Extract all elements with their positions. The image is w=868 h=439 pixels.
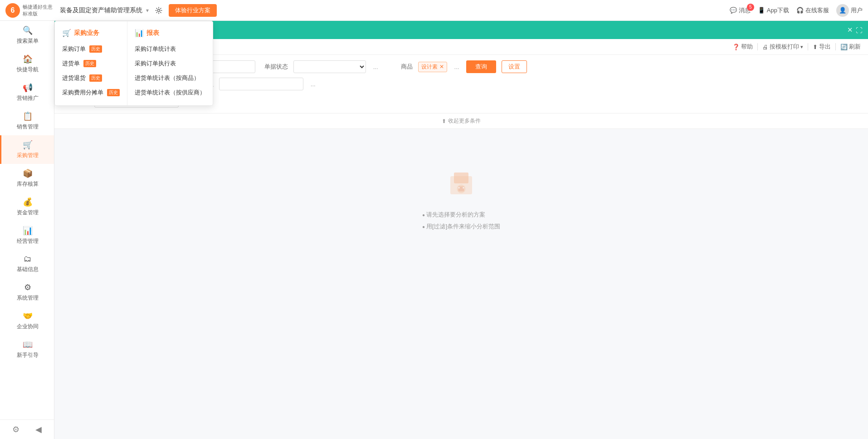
message-btn[interactable]: 💬 消息 5: [730, 6, 751, 15]
purchase-dropdown-menu: 🛒 采购业务 采购订单 历史 进货单 历史 进货退货 历史 采购费用分摊单 历史…: [54, 21, 213, 106]
svg-point-6: [463, 187, 464, 188]
search-icon: 🔍: [23, 25, 33, 35]
menu-item-inbound-stat-supplier[interactable]: 进货单统计表（按供应商）: [127, 85, 213, 100]
product-dots[interactable]: ...: [453, 64, 461, 70]
tab-maximize-icon[interactable]: ⛶: [856, 26, 863, 34]
collapse-row: ⬆ 收起更多条件: [54, 113, 868, 129]
menu-item-return[interactable]: 进货退货 历史: [55, 71, 127, 85]
empty-tips: 请先选择要分析的方案 用[过滤]条件来缩小分析范围: [422, 209, 500, 232]
settings-icon-btn[interactable]: [152, 4, 165, 17]
app-download-btn[interactable]: 📱 App下载: [758, 6, 789, 15]
svg-point-0: [158, 9, 160, 11]
system-title-arrow-icon[interactable]: ▾: [146, 7, 149, 14]
dropdown-col-report-header: 📊 报表: [127, 27, 213, 42]
history-badge-3: 历史: [107, 89, 120, 96]
export-btn[interactable]: ⬆ 导出: [813, 43, 831, 51]
svg-rect-2: [454, 173, 468, 183]
system-title: 装备及固定资产辅助管理系统: [60, 6, 142, 15]
user-btn[interactable]: 👤 用户: [836, 4, 863, 17]
headset-icon: 🎧: [796, 7, 804, 14]
system-title-area: 装备及固定资产辅助管理系统 ▾ 体验行业方案: [60, 4, 730, 17]
history-badge-1: 历史: [83, 60, 96, 67]
empty-state: 请先选择要分析的方案 用[过滤]条件来缩小分析范围: [54, 129, 868, 269]
phone-icon: 📱: [758, 7, 765, 14]
user-avatar: 👤: [836, 4, 849, 17]
inventory-icon: 📦: [23, 168, 33, 178]
system-icon: ⚙: [24, 282, 31, 292]
settings-btn[interactable]: 设置: [502, 60, 527, 73]
product-tag: 设计素 ✕: [418, 62, 447, 72]
menu-item-inbound-stat-product[interactable]: 进货单统计表（按商品）: [127, 71, 213, 85]
sidebar-item-purchase[interactable]: 🛒 采购管理: [0, 135, 54, 164]
logo-text: 畅捷通好生意 标准版: [23, 4, 53, 17]
sidebar-item-sales[interactable]: 📋 销售管理: [0, 107, 54, 135]
coop-icon: 🤝: [23, 311, 33, 321]
empty-tip-1: 请先选择要分析的方案: [422, 209, 500, 221]
online-service-btn[interactable]: 🎧 在线客服: [796, 6, 829, 15]
menu-item-purchase-order[interactable]: 采购订单 历史: [55, 42, 127, 56]
dropdown-col-report: 📊 报表 采购订单统计表 采购订单执行表 进货单统计表（按商品） 进货单统计表（…: [127, 21, 213, 105]
product-label: 商品: [385, 63, 413, 71]
top-bar: 6 畅捷通好生意 标准版 装备及固定资产辅助管理系统 ▾ 体验行业方案 💬 消息…: [0, 0, 868, 21]
top-right: 💬 消息 5 📱 App下载 🎧 在线客服 👤 用户: [730, 4, 863, 17]
dropdown-col-business-header: 🛒 采购业务: [55, 27, 127, 42]
help-btn[interactable]: ❓ 帮助: [732, 43, 753, 51]
empty-tip-2: 用[过滤]条件来缩小分析范围: [422, 221, 500, 232]
report-icon: 📊: [135, 29, 144, 37]
refresh-icon: 🔄: [840, 44, 848, 50]
print-btn[interactable]: 🖨 按模板打印 ▾: [762, 43, 803, 51]
guide-icon: 📖: [23, 340, 33, 350]
sales-icon: 📋: [23, 111, 33, 121]
tab-minimize-icon[interactable]: ✕: [847, 26, 853, 34]
sidebar-item-system[interactable]: ⚙ 系统管理: [0, 278, 54, 306]
sidebar-item-coop[interactable]: 🤝 企业协同: [0, 306, 54, 335]
operation-icon: 📊: [23, 226, 33, 236]
doc-status-label: 单据状态: [261, 63, 288, 71]
product-tag-close[interactable]: ✕: [439, 64, 444, 70]
tab-right-icons: ✕ ⛶: [842, 21, 868, 39]
sidebar-item-quicknav[interactable]: 🏠 快捷导航: [0, 49, 54, 78]
query-btn[interactable]: 查询: [466, 60, 496, 73]
sidebar-item-search[interactable]: 🔍 搜索菜单: [0, 21, 54, 49]
basic-icon: 🗂: [24, 254, 32, 264]
print-icon: 🖨: [762, 44, 768, 50]
sidebar-item-inventory[interactable]: 📦 库存核算: [0, 164, 54, 192]
print-arrow-icon: ▾: [800, 44, 803, 50]
purchase-icon: 🛒: [23, 140, 33, 150]
sidebar-item-capital[interactable]: 💰 资金管理: [0, 192, 54, 221]
doc-status-dots[interactable]: ...: [371, 64, 380, 70]
sidebar-item-guide[interactable]: 📖 新手引导: [0, 335, 54, 364]
menu-item-order-exec[interactable]: 采购订单执行表: [127, 56, 213, 71]
sidebar-item-operation[interactable]: 📊 经营管理: [0, 221, 54, 250]
sidebar-bottom: ⚙ ◀: [0, 419, 54, 439]
history-badge-0: 历史: [89, 45, 102, 53]
menu-item-inbound[interactable]: 进货单 历史: [55, 56, 127, 71]
empty-illustration: [443, 165, 479, 202]
doc-status-select[interactable]: [293, 60, 366, 73]
refresh-btn[interactable]: 🔄 刷新: [840, 43, 861, 51]
help-icon: ❓: [732, 44, 740, 50]
home-icon: 🏠: [23, 54, 33, 64]
menu-item-expense[interactable]: 采购费用分摊单 历史: [55, 85, 127, 100]
sidebar-settings-btn[interactable]: ⚙: [12, 424, 20, 434]
salesperson-input[interactable]: [219, 78, 303, 90]
purchase-business-icon: 🛒: [62, 29, 71, 37]
salesperson-dots[interactable]: ...: [309, 81, 317, 88]
dropdown-col-business: 🛒 采购业务 采购订单 历史 进货单 历史 进货退货 历史 采购费用分摊单 历史: [55, 21, 127, 105]
industry-btn[interactable]: 体验行业方案: [169, 4, 217, 17]
svg-point-5: [458, 187, 460, 188]
sidebar-collapse-btn[interactable]: ◀: [35, 424, 42, 434]
message-icon: 💬: [730, 7, 737, 14]
marketing-icon: 📢: [23, 83, 33, 93]
message-badge: 5: [747, 4, 754, 11]
logo-icon: 6: [5, 3, 20, 18]
sidebar: 🔍 搜索菜单 🏠 快捷导航 📢 营销推广 📋 销售管理 🛒 采购管理 📦 库存核…: [0, 21, 54, 439]
menu-item-order-stat[interactable]: 采购订单统计表: [127, 42, 213, 56]
sidebar-item-basic[interactable]: 🗂 基础信息: [0, 250, 54, 278]
export-icon: ⬆: [813, 44, 818, 50]
collapse-up-icon: ⬆: [442, 118, 446, 124]
collapse-btn[interactable]: ⬆ 收起更多条件: [442, 117, 481, 125]
logo-area: 6 畅捷通好生意 标准版: [5, 3, 60, 18]
sidebar-item-marketing[interactable]: 📢 营销推广: [0, 78, 54, 107]
capital-icon: 💰: [23, 197, 33, 207]
